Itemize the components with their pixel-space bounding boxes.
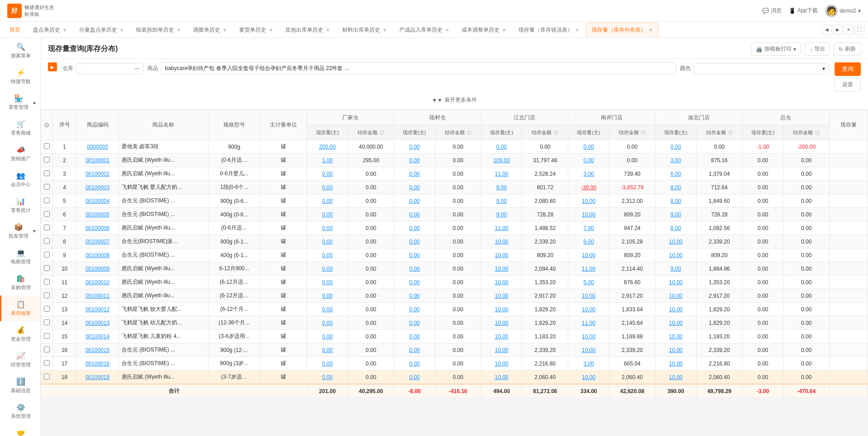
sidebar-item-search[interactable]: 🔍 搜索英单 <box>0 38 40 64</box>
info-icon[interactable]: ⓘ <box>554 130 558 135</box>
td-checkbox[interactable] <box>41 248 53 262</box>
user-menu[interactable]: 🧑 demo2 ▾ <box>825 5 861 17</box>
td-checkbox[interactable] <box>41 289 53 303</box>
td-checkbox[interactable] <box>41 370 53 384</box>
info-icon[interactable]: ⓘ <box>380 130 384 135</box>
close-icon[interactable]: ✕ <box>63 28 66 33</box>
td-checkbox[interactable] <box>41 343 53 357</box>
close-icon[interactable]: ✕ <box>120 28 123 33</box>
td-no: 8 <box>53 235 76 248</box>
td-checkbox[interactable] <box>41 316 53 330</box>
tab-partial-check[interactable]: 分量盘点单历史 ✕ <box>73 23 129 37</box>
close-icon[interactable]: ✕ <box>269 28 273 33</box>
info-icon[interactable]: ⓘ <box>728 130 733 135</box>
tab-stock-dist[interactable]: 现存量（库存分布表） ✕ <box>586 23 658 37</box>
gear-icon[interactable]: ⚙ <box>44 122 50 129</box>
td-checkbox[interactable] <box>41 357 53 370</box>
td-checkbox[interactable] <box>41 181 53 194</box>
stats-icon: 📊 <box>4 197 38 206</box>
td-checkbox[interactable] <box>41 303 53 316</box>
td-extra <box>830 330 868 343</box>
query-btn[interactable]: 查询 <box>835 62 861 76</box>
td-total-qty: 0.00 <box>742 343 783 357</box>
close-icon[interactable]: ✕ <box>576 28 579 33</box>
td-checkbox[interactable] <box>41 235 53 248</box>
refresh-btn[interactable]: ↻ 刷新 <box>834 42 861 56</box>
tab-material-out[interactable]: 材料出库单历史 ✕ <box>336 23 392 37</box>
message-btn[interactable]: 💬 消息 <box>762 7 782 14</box>
tab-inventory-check[interactable]: 盘点单历史 ✕ <box>27 23 72 37</box>
td-checkbox[interactable] <box>41 330 53 343</box>
export-btn[interactable]: ↓ 导出 <box>805 42 830 56</box>
td-checkbox[interactable] <box>41 276 53 289</box>
close-icon[interactable]: ✕ <box>223 28 226 33</box>
sidebar-item-system[interactable]: ⚙️ 系统管理 <box>0 398 40 424</box>
close-icon[interactable]: ✕ <box>502 28 506 33</box>
close-icon[interactable]: ✕ <box>649 28 652 33</box>
print-btn[interactable]: 🖨️ 按模板打印 ▾ <box>751 42 801 56</box>
td-c3-qty: 0.00 <box>481 140 522 154</box>
sidebar-item-collab[interactable]: 🤝 企业协同 <box>0 424 40 436</box>
sidebar-item-retail-mgmt[interactable]: 🏪 零售管理 ▲ <box>0 89 40 115</box>
td-checkbox[interactable] <box>41 221 53 235</box>
nav-fullscreen[interactable]: ⛶ <box>854 25 864 35</box>
info-icon[interactable]: ⓘ <box>815 130 820 135</box>
tab-finished-in[interactable]: 产成品入库单历史 ✕ <box>393 23 455 37</box>
tab-assembly[interactable]: 组装拆卸单历史 ✕ <box>130 23 186 37</box>
td-c1-qty: 0.00 <box>307 194 348 208</box>
tab-transfer[interactable]: 调拨单历史 ✕ <box>187 23 232 37</box>
td-c5-qty: 3.00 <box>655 154 696 167</box>
td-c3-amt: 2,094.40 <box>522 262 568 276</box>
td-total-amt: 0.00 <box>783 262 830 276</box>
td-code: 00100011 <box>76 289 119 303</box>
goods-input[interactable]: babycare孕妇待产包 春季入院全套母子组合孕妇产后冬季月子用品 22件套 … <box>161 62 676 75</box>
close-icon[interactable]: ✕ <box>383 28 387 33</box>
sidebar-item-marketing[interactable]: 📣 营销推广 <box>0 141 40 167</box>
sidebar-item-quicknav[interactable]: ⚡ 快捷导航 <box>0 64 40 89</box>
sidebar-item-base-info[interactable]: ℹ️ 基础信息 <box>0 373 40 398</box>
sidebar-item-retail-mall[interactable]: 🛒 零售商城 <box>0 115 40 141</box>
setting-btn[interactable]: 设置 <box>835 78 861 92</box>
td-unit: 罐 <box>260 357 307 370</box>
td-c1-qty: 0.00 <box>307 262 348 276</box>
td-total-label: 合计 <box>41 384 307 398</box>
tab-home[interactable]: 首页 <box>4 23 26 37</box>
nav-close-all[interactable]: ✕ <box>844 25 854 35</box>
tab-other-out[interactable]: 其他出库单历史 ✕ <box>279 23 335 37</box>
filter-toggle[interactable]: ▶ <box>48 62 57 71</box>
info-icon[interactable]: ⓘ <box>641 130 646 135</box>
td-checkbox[interactable] <box>41 208 53 221</box>
nav-next[interactable]: ▶ <box>833 25 843 35</box>
close-icon[interactable]: ✕ <box>326 28 330 33</box>
td-c4-amt: 2,339.20 <box>609 343 656 357</box>
td-checkbox[interactable] <box>41 154 53 167</box>
sidebar-item-finance[interactable]: 💰 资金管理 <box>0 321 40 347</box>
td-no: 13 <box>53 303 76 316</box>
sidebar-item-purchase[interactable]: 🛍️ 采购管理 <box>0 270 40 295</box>
color-input[interactable]: ▾ <box>693 63 829 74</box>
close-icon[interactable]: ✕ <box>177 28 180 33</box>
td-extra <box>830 154 868 167</box>
expand-btn[interactable]: ▼▼ 展开更多条件 <box>432 96 477 104</box>
sidebar-item-wholesale[interactable]: 📦 批发管理 ▼ <box>0 218 40 244</box>
tab-requisition[interactable]: 要货单历史 ✕ <box>233 23 278 37</box>
warehouse-input[interactable]: … ⋯ <box>76 63 144 74</box>
td-checkbox[interactable] <box>41 262 53 276</box>
tab-cost-adjust[interactable]: 成本调整单历史 ✕ <box>456 23 512 37</box>
close-icon[interactable]: ✕ <box>445 28 449 33</box>
td-checkbox[interactable] <box>41 140 53 154</box>
td-checkbox[interactable] <box>41 194 53 208</box>
sidebar-item-inventory[interactable]: 📋 库存核算 <box>0 295 40 321</box>
sidebar-item-members[interactable]: 👥 会员中心 <box>0 167 40 192</box>
sidebar-item-ecommerce[interactable]: 💻 电商管理 <box>0 244 40 270</box>
th-factory-amt: 结存金额 ⓘ <box>348 126 394 140</box>
nav-prev[interactable]: ◀ <box>822 25 832 35</box>
info-icon[interactable]: ⓘ <box>467 130 472 135</box>
sidebar-item-retail-stats[interactable]: 📊 零售统计 <box>0 192 40 218</box>
td-spec: (0-6月适… <box>208 154 260 167</box>
tab-stock-status[interactable]: 现存量（库存状况表） ✕ <box>513 23 585 37</box>
td-c1-amt: 0.00 <box>348 262 394 276</box>
td-checkbox[interactable] <box>41 167 53 181</box>
sidebar-item-biz-mgmt[interactable]: 📈 经营管理 <box>0 347 40 373</box>
app-download-btn[interactable]: 📱 App下载 <box>789 7 818 14</box>
